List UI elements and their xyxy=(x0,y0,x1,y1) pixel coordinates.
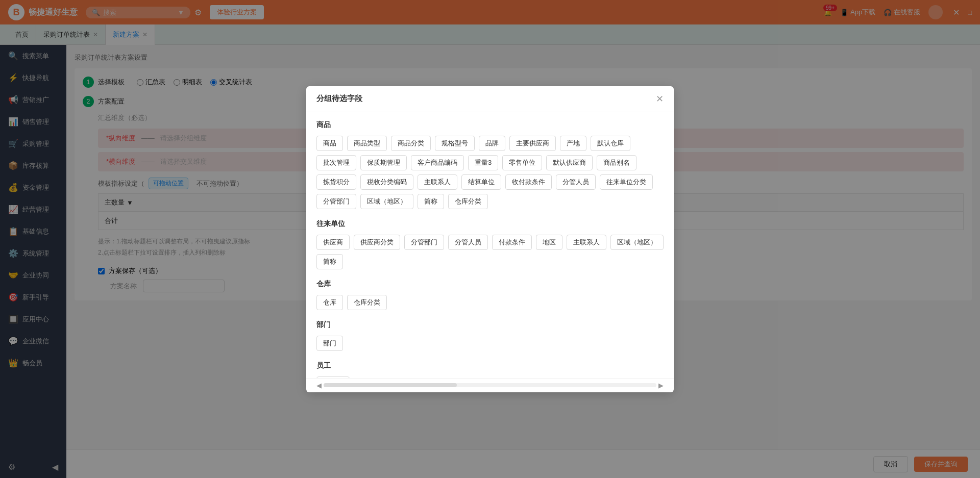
field-chip-2-0[interactable]: 仓库 xyxy=(316,295,343,310)
field-chip-0-22[interactable]: 分管部门 xyxy=(316,194,356,209)
field-chip-0-7[interactable]: 默认仓库 xyxy=(591,136,630,151)
field-chip-0-14[interactable]: 商品别名 xyxy=(597,155,636,170)
field-section-title-1: 往来单位 xyxy=(316,219,664,229)
field-chip-0-23[interactable]: 区域（地区） xyxy=(360,194,413,209)
field-chip-0-20[interactable]: 分管人员 xyxy=(556,174,596,190)
field-chip-0-2[interactable]: 商品分类 xyxy=(391,136,431,151)
field-chip-0-11[interactable]: 重量3 xyxy=(468,155,498,170)
field-section-title-0: 商品 xyxy=(316,120,664,130)
field-chip-2-1[interactable]: 仓库分类 xyxy=(347,295,387,310)
field-chip-0-12[interactable]: 零售单位 xyxy=(502,155,542,170)
field-section-3: 部门部门 xyxy=(316,320,664,351)
field-section-0: 商品商品商品类型商品分类规格型号品牌主要供应商产地默认仓库批次管理保质期管理客户… xyxy=(316,120,664,209)
field-chip-0-6[interactable]: 产地 xyxy=(560,136,586,151)
field-chip-0-19[interactable]: 收付款条件 xyxy=(505,174,552,190)
modal-hscroll: ◀ ▶ xyxy=(306,378,674,392)
field-section-title-4: 员工 xyxy=(316,361,664,370)
field-grid-0: 商品商品类型商品分类规格型号品牌主要供应商产地默认仓库批次管理保质期管理客户商品… xyxy=(316,136,664,209)
field-chip-0-21[interactable]: 往来单位分类 xyxy=(600,174,653,190)
field-chip-1-1[interactable]: 供应商分类 xyxy=(354,235,400,250)
field-chip-1-3[interactable]: 分管人员 xyxy=(448,235,488,250)
field-chip-0-0[interactable]: 商品 xyxy=(316,136,343,151)
field-chip-0-3[interactable]: 规格型号 xyxy=(435,136,475,151)
field-chip-0-17[interactable]: 主联系人 xyxy=(418,174,457,190)
field-chip-1-7[interactable]: 区域（地区） xyxy=(610,235,664,250)
field-chip-1-8[interactable]: 简称 xyxy=(316,254,343,269)
field-chip-0-18[interactable]: 结算单位 xyxy=(461,174,501,190)
field-chip-0-9[interactable]: 保质期管理 xyxy=(360,155,407,170)
field-chip-1-6[interactable]: 主联系人 xyxy=(567,235,606,250)
field-chip-0-5[interactable]: 主要供应商 xyxy=(509,136,556,151)
field-section-2: 仓库仓库仓库分类 xyxy=(316,280,664,310)
field-section-1: 往来单位供应商供应商分类分管部门分管人员付款条件地区主联系人区域（地区）简称 xyxy=(316,219,664,269)
modal-title: 分组待选字段 xyxy=(316,94,362,104)
field-chip-0-10[interactable]: 客户商品编码 xyxy=(411,155,464,170)
field-chip-1-2[interactable]: 分管部门 xyxy=(404,235,444,250)
field-section-4: 员工业务员 xyxy=(316,361,664,378)
field-chip-0-4[interactable]: 品牌 xyxy=(479,136,505,151)
field-chip-0-1[interactable]: 商品类型 xyxy=(347,136,387,151)
hscroll-thumb xyxy=(324,383,457,387)
field-chip-1-4[interactable]: 付款条件 xyxy=(492,235,532,250)
field-chip-0-25[interactable]: 仓库分类 xyxy=(448,194,488,209)
field-section-title-3: 部门 xyxy=(316,320,664,330)
modal-close-button[interactable]: ✕ xyxy=(656,93,664,105)
modal-body: 商品商品商品类型商品分类规格型号品牌主要供应商产地默认仓库批次管理保质期管理客户… xyxy=(306,112,674,378)
field-grid-2: 仓库仓库分类 xyxy=(316,295,664,310)
field-chip-0-13[interactable]: 默认供应商 xyxy=(546,155,593,170)
field-grid-1: 供应商供应商分类分管部门分管人员付款条件地区主联系人区域（地区）简称 xyxy=(316,235,664,269)
modal-overlay: 分组待选字段 ✕ 商品商品商品类型商品分类规格型号品牌主要供应商产地默认仓库批次… xyxy=(0,0,980,478)
modal: 分组待选字段 ✕ 商品商品商品类型商品分类规格型号品牌主要供应商产地默认仓库批次… xyxy=(306,86,674,392)
field-grid-3: 部门 xyxy=(316,336,664,351)
field-chip-0-15[interactable]: 拣货积分 xyxy=(316,174,356,190)
field-chip-1-0[interactable]: 供应商 xyxy=(316,235,350,250)
field-chip-0-8[interactable]: 批次管理 xyxy=(316,155,356,170)
field-chip-1-5[interactable]: 地区 xyxy=(536,235,562,250)
field-chip-0-16[interactable]: 税收分类编码 xyxy=(360,174,413,190)
hscroll-left-arrow[interactable]: ◀ xyxy=(316,382,322,389)
field-chip-0-24[interactable]: 简称 xyxy=(418,194,444,209)
hscroll-bar[interactable] xyxy=(324,383,656,387)
hscroll-right-arrow[interactable]: ▶ xyxy=(658,382,664,389)
field-chip-3-0[interactable]: 部门 xyxy=(316,336,343,351)
modal-header: 分组待选字段 ✕ xyxy=(306,86,674,112)
field-section-title-2: 仓库 xyxy=(316,280,664,289)
